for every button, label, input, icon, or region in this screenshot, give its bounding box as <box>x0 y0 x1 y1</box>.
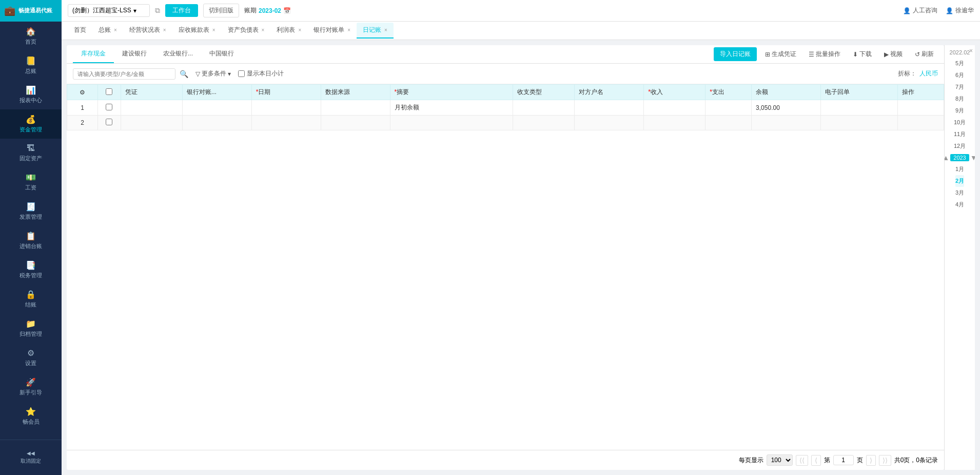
sidebar-label-fixed-assets: 固定资产 <box>19 155 42 162</box>
cal-month-4[interactable]: 4月 <box>955 199 964 211</box>
subtab-cash[interactable]: 库存现金 <box>73 45 114 63</box>
tab-bank-reconcile-close[interactable]: × <box>347 27 350 33</box>
cal-next-year-button[interactable]: ▼ <box>970 154 975 162</box>
sidebar-item-wages[interactable]: 💵 工资 <box>0 167 62 197</box>
more-filter-button[interactable]: ▽ 更多条件 ▾ <box>192 68 234 80</box>
sidebar-item-invoice-mgmt[interactable]: 🧾 发票管理 <box>0 197 62 226</box>
tab-bank-reconcile[interactable]: 银行对账单 × <box>307 23 357 39</box>
app-logo: 💼 畅捷通易代账 <box>0 0 62 22</box>
tab-home[interactable]: 首页 <box>68 23 92 39</box>
show-today-checkbox[interactable] <box>238 70 245 77</box>
cal-month-10[interactable]: 10月 <box>954 117 966 128</box>
show-today-checkbox-label[interactable]: 显示本日小计 <box>238 69 284 78</box>
sidebar-item-archive[interactable]: 📁 归档管理 <box>0 314 62 343</box>
copy-icon[interactable]: ⧉ <box>155 6 160 15</box>
row-expense[interactable] <box>705 116 752 130</box>
tab-biz-status[interactable]: 经营状况表 × <box>123 23 172 39</box>
generate-voucher-button[interactable]: ⊞ 生成凭证 <box>761 48 800 61</box>
import-journal-button[interactable]: 导入日记账 <box>714 47 757 61</box>
sidebar-item-home[interactable]: 🏠 首页 <box>0 22 62 51</box>
tab-ledger-close[interactable]: × <box>114 27 117 33</box>
sidebar-item-reports[interactable]: 📊 报表中心 <box>0 80 62 109</box>
subtab-boc[interactable]: 中国银行 <box>201 45 242 63</box>
calendar-icon[interactable]: 📅 <box>283 7 291 14</box>
refresh-button[interactable]: ↺ 刷新 <box>911 48 938 61</box>
page-input[interactable] <box>833 455 854 465</box>
row-action[interactable] <box>897 100 944 116</box>
tab-receivable-close[interactable]: × <box>212 27 215 33</box>
tab-journal[interactable]: 日记账 × <box>357 23 394 39</box>
assets-mgmt-icon: 💰 <box>26 115 36 124</box>
workbench-button[interactable]: 工作台 <box>165 4 198 17</box>
sidebar-item-ledger[interactable]: 📒 总账 <box>0 51 62 80</box>
row-date[interactable] <box>251 116 321 130</box>
sidebar-item-fixed-assets[interactable]: 🏗 固定资产 <box>0 139 62 167</box>
row-summary[interactable] <box>390 116 513 130</box>
cal-month-11[interactable]: 11月 <box>954 128 966 140</box>
row-check[interactable] <box>97 116 121 130</box>
cal-month-12[interactable]: 12月 <box>954 140 966 152</box>
sidebar-item-tax-mgmt[interactable]: 📑 税务管理 <box>0 255 62 284</box>
cal-month-6[interactable]: 6月 <box>954 69 966 81</box>
next-page-button[interactable]: ⟩ <box>866 455 876 466</box>
tab-ledger[interactable]: 总账 × <box>92 23 123 39</box>
row-income[interactable] <box>644 100 705 116</box>
switch-old-button[interactable]: 切到旧版 <box>203 4 239 17</box>
calendar-close-button[interactable]: × <box>969 47 973 54</box>
subtab-agri[interactable]: 农业银行... <box>155 45 201 63</box>
support-label: 人工咨询 <box>913 6 937 15</box>
support-link[interactable]: 👤 人工咨询 <box>903 6 937 15</box>
prev-page-button[interactable]: ⟨ <box>811 455 821 466</box>
row-summary[interactable]: 月初余额 <box>390 100 513 116</box>
row-income[interactable] <box>644 116 705 130</box>
sidebar-item-guide[interactable]: 🚀 新手引导 <box>0 372 62 402</box>
sidebar-item-closing[interactable]: 🔒 结账 <box>0 284 62 314</box>
row-bank <box>182 100 251 116</box>
last-page-button[interactable]: ⟩⟩ <box>879 455 891 466</box>
company-selector[interactable]: (勿删）江西超宝-LSS ▾ <box>68 4 150 17</box>
batch-op-button[interactable]: ☰ 批量操作 <box>805 48 845 61</box>
search-input[interactable] <box>73 68 175 80</box>
currency-link[interactable]: 人民币 <box>919 69 938 78</box>
batch-op-icon: ☰ <box>809 51 814 58</box>
tab-assets-close[interactable]: × <box>262 27 265 33</box>
content-area: 库存现金 建设银行 农业银行... 中国银行 导入日记账 ⊞ 生成凭证 <box>62 40 980 475</box>
first-page-button[interactable]: ⟨⟨ <box>796 455 808 466</box>
tab-profit-close[interactable]: × <box>298 27 301 33</box>
tab-assets[interactable]: 资产负债表 × <box>222 23 271 39</box>
tab-receivable[interactable]: 应收账款表 × <box>172 23 222 39</box>
video-button[interactable]: ▶ 视频 <box>880 48 907 61</box>
select-all-checkbox[interactable] <box>106 88 112 95</box>
sidebar-label-assets-mgmt: 资金管理 <box>19 126 42 134</box>
tab-journal-close[interactable]: × <box>384 27 387 33</box>
cal-month-3[interactable]: 3月 <box>955 187 964 199</box>
unpin-icon: ◀◀ <box>27 450 35 456</box>
col-gear[interactable]: ⚙ <box>67 85 98 100</box>
sidebar-item-settings[interactable]: ⚙ 设置 <box>0 343 62 372</box>
unpin-button[interactable]: ◀◀ 取消固定 <box>0 445 62 470</box>
cal-month-2[interactable]: 2月 <box>955 175 964 187</box>
tab-profit[interactable]: 利润表 × <box>270 23 307 39</box>
tab-biz-status-close[interactable]: × <box>163 27 166 33</box>
sidebar-item-sales-ledger[interactable]: 📋 进销台账 <box>0 226 62 255</box>
subtab-ccb[interactable]: 建设银行 <box>114 45 155 63</box>
row-check[interactable] <box>97 100 121 116</box>
cal-month-5[interactable]: 5月 <box>954 58 966 69</box>
cal-month-1[interactable]: 1月 <box>955 163 964 175</box>
cal-prev-year-button[interactable]: ▲ <box>944 154 949 162</box>
sidebar-item-assets-mgmt[interactable]: 💰 资金管理 <box>0 109 62 139</box>
col-check-header[interactable] <box>97 85 121 100</box>
cal-month-8[interactable]: 8月 <box>954 93 966 105</box>
search-icon[interactable]: 🔍 <box>180 70 188 78</box>
sidebar-item-member[interactable]: ⭐ 畅会员 <box>0 402 62 431</box>
per-page-select[interactable]: 100 <box>767 454 793 466</box>
user-profile[interactable]: 👤 徐逾华 <box>946 6 974 15</box>
col-date-header: *日期 <box>251 85 321 100</box>
subtab-ccb-label: 建设银行 <box>122 50 147 57</box>
cal-month-7[interactable]: 7月 <box>954 81 966 93</box>
row-action[interactable] <box>897 116 944 130</box>
row-date[interactable] <box>251 100 321 116</box>
row-expense[interactable] <box>705 100 752 116</box>
download-button[interactable]: ⬇ 下载 <box>849 48 876 61</box>
cal-month-9[interactable]: 9月 <box>954 105 966 117</box>
